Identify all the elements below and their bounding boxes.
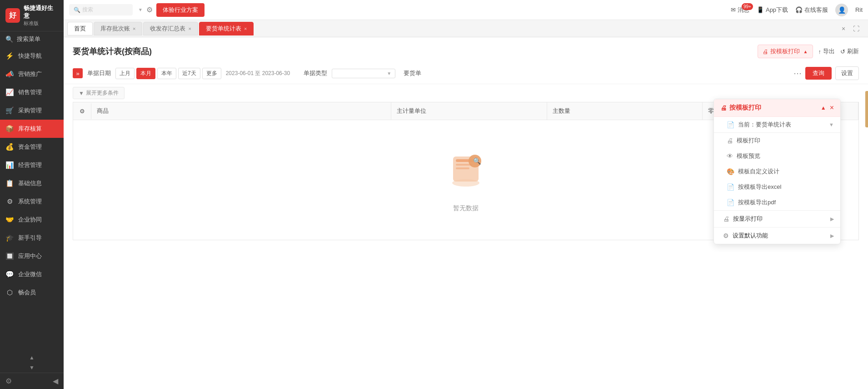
sidebar-item-label: 企业协同 — [18, 216, 42, 224]
topbar-settings-icon[interactable]: ⚙ — [146, 5, 153, 14]
settings-btn[interactable]: 设置 — [835, 66, 859, 80]
tab-receipt-summary-close[interactable]: × — [188, 26, 191, 31]
print-template-design-item[interactable]: 🎨 模板自定义设计 — [714, 164, 840, 179]
print-export-excel-item[interactable]: 📄 按模板导出excel — [714, 179, 840, 195]
sidebar-item-inventory[interactable]: 📦 库存核算 — [0, 120, 64, 138]
print-template-print-item[interactable]: 🖨 模板打印 — [714, 133, 840, 148]
collab-icon: 🤝 — [5, 216, 14, 224]
sidebar-item-label: 销售管理 — [18, 88, 42, 96]
date-btn-7days[interactable]: 近7天 — [178, 68, 200, 79]
service-icon: 🎧 — [795, 6, 803, 13]
date-btn-this-month[interactable]: 本月 — [136, 68, 155, 79]
more-options-icon[interactable]: ⋯ — [793, 68, 802, 78]
print-items-section: 🖨 模板打印 👁 模板预览 🎨 模板自定义设计 📄 按模板导出excel 📄 — [714, 133, 840, 211]
print-btn-caret: ▲ — [803, 49, 808, 54]
tab-inventory-batch-close[interactable]: × — [133, 26, 135, 31]
th-settings[interactable]: ⚙ — [73, 103, 91, 119]
print-template-btn[interactable]: 🖨 按模板打印 ▲ — [758, 45, 813, 58]
sidebar-item-marketing[interactable]: 📣 营销推广 — [0, 65, 64, 83]
query-btn[interactable]: 查询 — [805, 67, 832, 80]
tab-order-stats-close[interactable]: × — [244, 26, 247, 31]
print-dropdown-title-icon: 🖨 — [720, 104, 727, 111]
sidebar-bottom: ⚙ ◀ — [0, 373, 64, 389]
sidebar-item-label: 畅会员 — [18, 288, 36, 297]
online-service-btn[interactable]: 🎧 在线客服 — [795, 6, 828, 14]
topbar-dropdown-caret: ▼ — [138, 7, 143, 12]
sidebar-item-label: 基础信息 — [18, 179, 42, 187]
date-btn-this-year[interactable]: 本年 — [157, 68, 176, 79]
expand-more-btn[interactable]: ▼ 展开更多条件 — [73, 87, 125, 99]
tabs-bar: 首页 库存批次账 × 收发存汇总表 × 要货单统计表 × × ⛶ — [64, 20, 868, 37]
tab-order-stats-label: 要货单统计表 — [206, 25, 241, 33]
sales-icon: 📈 — [5, 88, 14, 96]
print-dropdown-close-btn[interactable]: × — [830, 104, 834, 112]
export-label: 导出 — [823, 47, 835, 56]
apps-icon: 🔲 — [5, 252, 14, 260]
default-func-item[interactable]: ⚙ 设置默认功能 ▶ — [714, 227, 840, 244]
sidebar-scroll-down[interactable]: ▼ — [0, 363, 64, 373]
order-category-label: 要货单 — [404, 69, 421, 77]
operations-icon: 📊 — [5, 161, 14, 169]
export-btn[interactable]: ↑ 导出 — [818, 47, 835, 56]
sidebar-item-member[interactable]: ⬡ 畅会员 — [0, 283, 64, 302]
sidebar-item-collab[interactable]: 🤝 企业协同 — [0, 211, 64, 229]
sidebar-item-label: 系统管理 — [18, 197, 42, 206]
display-print-section: 🖨 按显示打印 ▶ — [714, 211, 840, 227]
notification-badge: 99+ — [742, 3, 753, 10]
guide-icon: 🎓 — [5, 234, 14, 242]
date-buttons: 上月 本月 本年 近7天 更多 — [115, 68, 221, 79]
print-current-label[interactable]: 📄 当前：要货单统计表 ▼ — [714, 117, 840, 132]
display-print-caret: ▶ — [830, 216, 834, 222]
display-print-item[interactable]: 🖨 按显示打印 ▶ — [714, 211, 840, 227]
sidebar-item-wechat[interactable]: 💬 企业微信 — [0, 265, 64, 283]
notification-btn[interactable]: ✉ 消息 99+ — [731, 6, 749, 14]
print-dropdown: 🖨 按模板打印 ▲ × 📄 当前：要货单统计表 ▼ 🖨 模板打印 — [713, 99, 841, 244]
settings-bottom-icon[interactable]: ⚙ — [5, 377, 12, 385]
wechat-icon: 💬 — [5, 270, 14, 278]
sidebar-item-operations[interactable]: 📊 经营管理 — [0, 156, 64, 174]
app-download-btn[interactable]: 📱 App下载 — [757, 6, 788, 14]
print-icon: 🖨 — [763, 48, 768, 55]
date-range: 2023-06-01 至 2023-06-30 — [226, 70, 290, 77]
window-controls: × ⛶ — [839, 24, 864, 33]
current-label-text: 当前：要货单统计表 — [738, 121, 791, 129]
sidebar-item-label: 采购管理 — [18, 106, 42, 115]
collapse-sidebar-icon[interactable]: ◀ — [53, 377, 58, 385]
th-unit: 主计量单位 — [391, 102, 547, 120]
date-btn-more[interactable]: 更多 — [202, 68, 221, 79]
window-close-btn[interactable]: × — [839, 24, 848, 33]
filter-expand-icon[interactable]: » — [73, 68, 83, 78]
print-template-preview-item[interactable]: 👁 模板预览 — [714, 148, 840, 164]
sidebar-item-purchase[interactable]: 🛒 采购管理 — [0, 101, 64, 120]
order-type-select[interactable]: ▼ — [332, 69, 395, 78]
tab-inventory-batch[interactable]: 库存批次账 × — [94, 22, 142, 35]
trial-btn[interactable]: 体验行业方案 — [156, 3, 205, 17]
tab-receipt-summary[interactable]: 收发存汇总表 × — [143, 22, 198, 35]
inventory-icon: 📦 — [5, 125, 14, 133]
page-content: 要货单统计表(按商品) 🖨 按模板打印 ▲ ↑ 导出 ↺ 刷新 — [64, 37, 868, 389]
sidebar-item-finance[interactable]: 💰 资金管理 — [0, 138, 64, 156]
topbar-search-box[interactable]: 🔍 搜索 — [69, 4, 133, 15]
sidebar-item-quick-nav[interactable]: ⚡ 快捷导航 — [0, 47, 64, 65]
topbar-nav-dropdown[interactable]: ▼ — [136, 7, 143, 12]
notification-icon: ✉ — [731, 6, 736, 13]
date-btn-last-month[interactable]: 上月 — [115, 68, 135, 79]
username: Rit — [855, 6, 863, 13]
tab-home[interactable]: 首页 — [67, 22, 93, 35]
sidebar-item-sales[interactable]: 📈 销售管理 — [0, 83, 64, 101]
user-avatar[interactable]: 👤 — [835, 4, 848, 16]
tab-inventory-batch-label: 库存批次账 — [100, 25, 130, 33]
search-menu[interactable]: 🔍 搜索菜单 — [0, 31, 64, 47]
page-title: 要货单统计表(按商品) — [73, 46, 152, 57]
window-maximize-btn[interactable]: ⛶ — [852, 24, 861, 33]
sidebar-item-system[interactable]: ⚙ 系统管理 — [0, 192, 64, 211]
print-export-pdf-item[interactable]: 📄 按模板导出pdf — [714, 195, 840, 210]
template-design-icon: 🎨 — [727, 168, 734, 175]
sidebar-scroll-up[interactable]: ▲ — [0, 353, 64, 363]
sidebar: 好 畅捷通好生意 标准版 🔍 搜索菜单 ⚡ 快捷导航 📣 营销推广 📈 销售管理… — [0, 0, 64, 389]
sidebar-item-basic[interactable]: 📋 基础信息 — [0, 174, 64, 192]
refresh-btn[interactable]: ↺ 刷新 — [840, 47, 859, 56]
sidebar-item-guide[interactable]: 🎓 新手引导 — [0, 229, 64, 247]
sidebar-item-apps[interactable]: 🔲 应用中心 — [0, 247, 64, 265]
tab-order-stats[interactable]: 要货单统计表 × — [199, 22, 254, 35]
